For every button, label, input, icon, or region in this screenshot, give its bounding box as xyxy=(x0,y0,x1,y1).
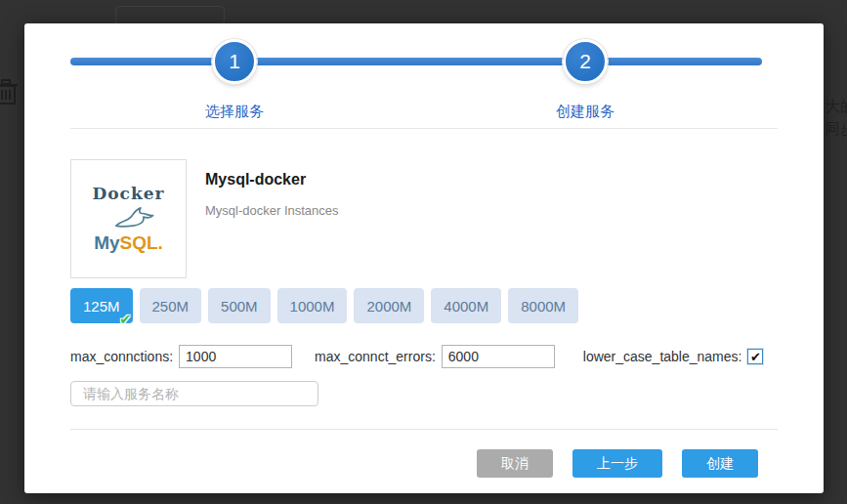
max-connect-errors-field: max_connct_errors: xyxy=(315,345,555,368)
lower-case-table-names-field: lower_case_table_names: ✔ xyxy=(583,349,764,364)
modal-footer: 取消 上一步 创建 xyxy=(24,449,758,478)
dimmed-background-text: 大的 xyxy=(826,98,847,116)
cancel-button[interactable]: 取消 xyxy=(477,449,553,478)
service-description: Mysql-docker Mysql-docker Instances xyxy=(205,159,339,278)
plan-option-250m[interactable]: 250M xyxy=(140,288,202,323)
create-button[interactable]: 创建 xyxy=(682,449,758,478)
plan-option-1000m[interactable]: 1000M xyxy=(277,288,348,323)
previous-step-button[interactable]: 上一步 xyxy=(572,449,662,478)
docker-wordmark: Docker xyxy=(93,184,165,203)
max-connections-label: max_connctions: xyxy=(70,349,173,364)
mysql-wordmark: MySQL. xyxy=(94,232,163,254)
max-connect-errors-input[interactable] xyxy=(442,345,555,368)
step-2-circle[interactable]: 2 xyxy=(563,39,608,84)
memory-plan-options: 125M ✔ 250M 500M 1000M 2000M 4000M 8000M xyxy=(70,288,778,323)
service-subtitle: Mysql-docker Instances xyxy=(205,203,339,218)
plan-option-8000m[interactable]: 8000M xyxy=(508,288,578,323)
service-title: Mysql-docker xyxy=(205,171,339,189)
parameters-form: max_connctions: max_connct_errors: lower… xyxy=(70,345,778,368)
step-1-label[interactable]: 选择服务 xyxy=(156,103,313,121)
dimmed-background-button xyxy=(115,6,225,25)
step-1-circle[interactable]: 1 xyxy=(212,39,257,84)
stepper-progress-bar xyxy=(70,58,762,65)
mysql-dolphin-icon xyxy=(113,205,154,232)
step-1-number: 1 xyxy=(229,50,240,73)
selected-check-icon: ✔ xyxy=(119,311,132,328)
service-name-input[interactable] xyxy=(70,381,318,406)
plan-option-500m[interactable]: 500M xyxy=(208,288,271,323)
service-logo: Docker MySQL. xyxy=(70,159,187,278)
stepper-divider xyxy=(70,128,778,129)
lower-case-table-names-checkbox[interactable]: ✔ xyxy=(747,349,763,364)
step-2-number: 2 xyxy=(579,50,591,73)
max-connections-input[interactable] xyxy=(179,345,292,368)
plan-option-125m[interactable]: 125M ✔ xyxy=(70,288,133,323)
plan-option-2000m[interactable]: 2000M xyxy=(354,288,424,323)
dimmed-background-text: 同步 xyxy=(826,120,847,139)
trash-icon xyxy=(0,78,19,109)
service-info: Docker MySQL. Mysql-docker Mysql-docker … xyxy=(70,159,778,278)
step-2-label[interactable]: 创建服务 xyxy=(507,103,663,121)
max-connect-errors-label: max_connct_errors: xyxy=(315,349,436,364)
max-connections-field: max_connctions: xyxy=(70,345,292,368)
footer-divider xyxy=(70,429,778,430)
lower-case-table-names-label: lower_case_table_names: xyxy=(583,349,742,364)
create-service-modal: 1 2 选择服务 创建服务 Docker MySQL. Mysql-docker… xyxy=(24,23,824,493)
wizard-stepper: 1 2 选择服务 创建服务 xyxy=(24,23,824,128)
service-name-row xyxy=(70,381,778,406)
plan-option-4000m[interactable]: 4000M xyxy=(431,288,501,323)
